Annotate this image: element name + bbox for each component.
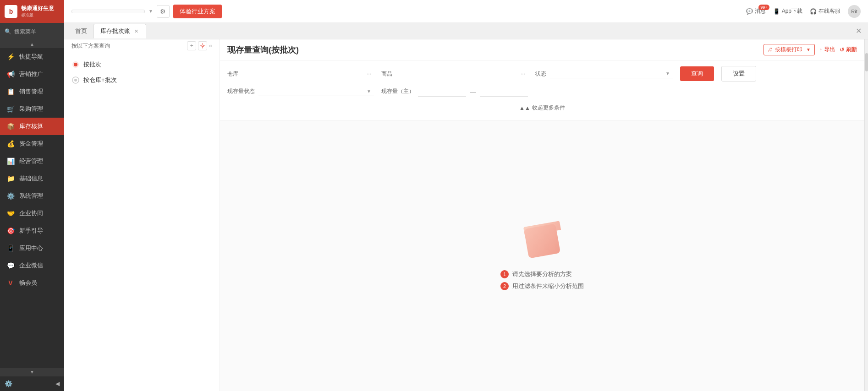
stock-status-select[interactable]: ▼ bbox=[258, 87, 374, 96]
print-button[interactable]: 🖨 按模板打印 ▼ bbox=[764, 44, 815, 55]
collapse-panel-button[interactable]: « bbox=[209, 43, 212, 49]
scheme-active-icon bbox=[71, 60, 80, 69]
content-area: 按以下方案查询 + « bbox=[64, 39, 868, 391]
stock-qty-from-input[interactable] bbox=[418, 86, 466, 97]
tab-home[interactable]: 首页 bbox=[69, 24, 93, 38]
sidebar-item-label: 营销推广 bbox=[19, 70, 43, 78]
search-icon: 🔍 bbox=[5, 28, 11, 35]
export-button[interactable]: ↑ 导出 bbox=[819, 46, 835, 54]
tip-item-1: 1 请先选择要分析的方案 bbox=[500, 270, 584, 278]
scheme-by-warehouse-batch[interactable]: 按仓库+批次 bbox=[64, 72, 220, 88]
warehouse-label: 仓库 bbox=[227, 70, 238, 78]
right-scrollbar[interactable] bbox=[864, 39, 868, 391]
status-field: 状态 ▼ bbox=[535, 69, 673, 78]
topbar-gear-button[interactable]: ⚙ bbox=[157, 5, 170, 18]
tab-home-label: 首页 bbox=[75, 27, 87, 35]
tip-num-2: 2 bbox=[500, 282, 509, 290]
stock-qty-label: 现存量（主） bbox=[381, 87, 414, 95]
stock-qty-to-input[interactable] bbox=[480, 86, 528, 97]
filter-row-1: 仓库 ··· 商品 ··· 状态 bbox=[227, 66, 857, 81]
scheme-inactive-icon bbox=[71, 76, 80, 84]
menu-search[interactable]: 🔍 搜索菜单 bbox=[0, 23, 64, 40]
sidebar-item-marketing[interactable]: 📢 营销推广 bbox=[0, 65, 64, 83]
sidebar-item-wechat[interactable]: 💬 企业微信 bbox=[0, 257, 64, 274]
sidebar-item-members[interactable]: V 畅会员 bbox=[0, 274, 64, 292]
tab-inventory-batch[interactable]: 库存批次账 ✕ bbox=[93, 24, 146, 38]
scheme-settings-button[interactable] bbox=[198, 41, 207, 50]
sidebar-item-purchase[interactable]: 🛒 采购管理 bbox=[0, 100, 64, 118]
sidebar-collapse-icon[interactable]: ◀ bbox=[55, 380, 60, 387]
sidebar-item-newbie[interactable]: 🎯 新手引导 bbox=[0, 222, 64, 239]
sidebar-item-quick-nav[interactable]: ⚡ 快捷导航 bbox=[0, 48, 64, 65]
tab-bar-close-button[interactable]: ✕ bbox=[854, 25, 863, 37]
query-header-actions: 🖨 按模板打印 ▼ ↑ 导出 ↺ 刷新 bbox=[764, 44, 857, 55]
goods-field: 商品 ··· bbox=[381, 69, 528, 79]
sidebar: b 畅康通好生意 标准版 🔍 搜索菜单 ▲ ⚡ 快捷导航 📢 营销推广 📋 销售… bbox=[0, 0, 64, 391]
sidebar-item-label: 新手引导 bbox=[19, 227, 43, 235]
status-label: 状态 bbox=[535, 70, 546, 78]
topbar-search-box[interactable] bbox=[71, 10, 145, 13]
status-select[interactable]: ▼ bbox=[550, 69, 673, 78]
sales-icon: 📋 bbox=[6, 87, 15, 96]
purchase-icon: 🛒 bbox=[6, 105, 15, 113]
finance-icon: 💰 bbox=[6, 140, 15, 148]
svg-point-4 bbox=[74, 79, 77, 81]
scheme-by-batch[interactable]: 按批次 bbox=[64, 57, 220, 72]
settings-button[interactable]: 设置 bbox=[721, 66, 756, 81]
add-scheme-button[interactable]: + bbox=[187, 41, 196, 50]
sidebar-item-enterprise[interactable]: 🤝 企业协同 bbox=[0, 205, 64, 222]
sidebar-item-label: 企业协同 bbox=[19, 209, 43, 217]
sidebar-scroll-up[interactable]: ▲ bbox=[0, 40, 64, 48]
refresh-icon: ↺ bbox=[840, 47, 844, 53]
sidebar-item-sales[interactable]: 📋 销售管理 bbox=[0, 83, 64, 100]
search-label: 搜索菜单 bbox=[14, 28, 36, 36]
warehouse-input[interactable]: ··· bbox=[242, 69, 374, 79]
refresh-button[interactable]: ↺ 刷新 bbox=[840, 46, 857, 54]
sidebar-item-basics[interactable]: 📁 基础信息 bbox=[0, 170, 64, 187]
user-menu[interactable]: Rit bbox=[848, 5, 861, 18]
print-dropdown-icon[interactable]: ▼ bbox=[806, 47, 811, 52]
sidebar-item-label: 应用中心 bbox=[19, 244, 43, 252]
tab-close-icon[interactable]: ✕ bbox=[133, 28, 139, 34]
warehouse-dots-icon[interactable]: ··· bbox=[367, 71, 371, 77]
stock-status-label: 现存量状态 bbox=[227, 87, 255, 95]
filter-scheme-actions: + « bbox=[187, 41, 212, 50]
filter-conditions: 仓库 ··· 商品 ··· 状态 bbox=[220, 60, 864, 120]
messages-button[interactable]: 💬 消息 99+ bbox=[746, 7, 766, 15]
sidebar-item-label: 系统管理 bbox=[19, 192, 43, 200]
sidebar-item-operations[interactable]: 📊 经营管理 bbox=[0, 152, 64, 170]
wechat-icon: 💬 bbox=[6, 261, 15, 270]
filter-row-2: 现存量状态 ▼ 现存量（主） — bbox=[227, 86, 857, 97]
dash-separator: — bbox=[470, 88, 476, 95]
sidebar-item-inventory[interactable]: 📦 库存核算 bbox=[0, 118, 64, 135]
sidebar-nav: ⚡ 快捷导航 📢 营销推广 📋 销售管理 🛒 采购管理 📦 库存核算 💰 资金管… bbox=[0, 48, 64, 368]
online-service-button[interactable]: 🎧 在线客服 bbox=[810, 7, 841, 15]
goods-input[interactable]: ··· bbox=[396, 69, 528, 79]
members-icon: V bbox=[6, 279, 15, 287]
user-avatar: Rit bbox=[848, 5, 861, 18]
sidebar-item-finance[interactable]: 💰 资金管理 bbox=[0, 135, 64, 152]
sidebar-scroll-down[interactable]: ▼ bbox=[0, 368, 64, 376]
svg-point-2 bbox=[74, 63, 77, 66]
sidebar-item-label: 资金管理 bbox=[19, 140, 43, 148]
goods-dots-icon[interactable]: ··· bbox=[521, 71, 525, 77]
stock-qty-field: 现存量（主） — bbox=[381, 86, 528, 97]
sidebar-item-system[interactable]: ⚙️ 系统管理 bbox=[0, 187, 64, 205]
filter-panel: 按以下方案查询 + « bbox=[64, 39, 220, 391]
box-shape bbox=[524, 223, 560, 258]
sidebar-item-label: 基础信息 bbox=[19, 174, 43, 183]
tip-num-1: 1 bbox=[500, 270, 509, 278]
trial-button[interactable]: 体验行业方案 bbox=[173, 5, 222, 18]
tip-item-2: 2 用过滤条件来缩小分析范围 bbox=[500, 282, 584, 290]
filter-schemes-title: 按以下方案查询 + « bbox=[64, 39, 220, 52]
search-dropdown-icon[interactable]: ▼ bbox=[148, 9, 153, 14]
settings-icon[interactable]: ⚙️ bbox=[5, 380, 12, 387]
sidebar-item-apps[interactable]: 📱 应用中心 bbox=[0, 239, 64, 257]
sidebar-header: b 畅康通好生意 标准版 bbox=[0, 0, 64, 23]
app-download-button[interactable]: 📱 App下载 bbox=[773, 7, 802, 15]
svg-point-0 bbox=[202, 45, 203, 47]
app-logo: b bbox=[5, 5, 17, 18]
scheme-by-warehouse-batch-label: 按仓库+批次 bbox=[83, 76, 117, 84]
query-button[interactable]: 查询 bbox=[680, 66, 714, 81]
collapse-more-button[interactable]: ▲▲ 收起更多条件 bbox=[227, 101, 857, 114]
